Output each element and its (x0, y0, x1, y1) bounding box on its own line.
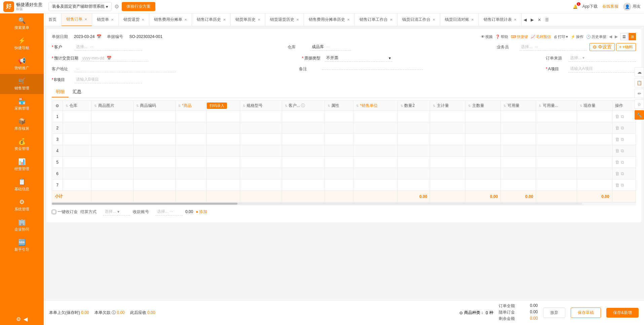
system-selector[interactable]: 装备及固定资产辅助管理系统 ▾ (48, 2, 112, 11)
delivery-date-input[interactable]: yyyy-mm-dd 📅 (81, 55, 148, 62)
col-qty2[interactable]: ⇅ 数量2 (398, 101, 430, 111)
copy-row-6-icon[interactable]: ⧉ (621, 171, 624, 176)
tab-next-btn[interactable]: ▶ (529, 17, 536, 22)
print-btn[interactable]: 🖨 打印 ▾ (554, 34, 568, 39)
tab-sales-order[interactable]: 销售订单 ✕ (62, 13, 92, 26)
delete-row-2-icon[interactable]: 🗑 (615, 125, 619, 130)
app-download-link[interactable]: App下载 (582, 4, 598, 9)
col-available-more[interactable]: ⇅ 可用量... (536, 101, 577, 111)
copy-row-7-icon[interactable]: ⧉ (621, 182, 624, 188)
tab-cashflow-reconcile[interactable]: 钱货日清对账 ✕ (440, 13, 479, 26)
sidebar-item-marketing[interactable]: 📢 营销推广 (0, 54, 44, 74)
tab-close-all-btn[interactable]: ✕ (536, 17, 543, 22)
tab-close-invoice[interactable]: ✕ (111, 18, 114, 22)
delete-row-7-icon[interactable]: 🗑 (615, 182, 619, 188)
col-warehouse[interactable]: ⇅ 仓库 (63, 101, 91, 111)
add-material-btn[interactable]: + +物料 (616, 43, 636, 51)
add-payment-btn[interactable]: ● 添加 (196, 209, 207, 215)
delete-row-5-icon[interactable]: 🗑 (615, 160, 619, 165)
copy-row-3-icon[interactable]: ⧉ (621, 137, 624, 142)
col-product[interactable]: ⇅ *商品 (175, 101, 206, 111)
help-btn[interactable]: ❓ 帮助 (495, 34, 508, 39)
tab-close-order-workbench[interactable]: ✕ (390, 18, 392, 22)
sidebar-item-ops[interactable]: 📊 经营管理 (0, 155, 44, 175)
tab-close-invoice-hist[interactable]: ✕ (258, 18, 260, 22)
delete-row-1-icon[interactable]: 🗑 (615, 114, 619, 119)
col-settings[interactable]: ⚙ (52, 101, 63, 111)
sidebar-item-finance[interactable]: 💰 资金管理 (0, 134, 44, 155)
tab-order-hist[interactable]: 销售订单历史 ✕ (192, 13, 231, 26)
shortcut-btn[interactable]: ⌨ 快捷键 (511, 34, 528, 39)
calendar-icon[interactable]: 📅 (97, 34, 102, 39)
discard-btn[interactable]: 放弃 (543, 308, 565, 318)
nav-prev-icon[interactable]: ◀ (609, 34, 612, 39)
customer-code-info-icon[interactable]: ⓘ (301, 103, 305, 108)
operations-btn[interactable]: ⚡ 操作 (571, 34, 583, 39)
tab-invoice-hist[interactable]: 销货单历史 ✕ (231, 13, 265, 26)
quick-settle-input[interactable] (52, 210, 56, 214)
float-btn-edit[interactable]: ✏ (635, 89, 644, 98)
col-main-qty[interactable]: ⇅ 主数量 (465, 101, 501, 111)
tab-close-cashflow-daily[interactable]: ✕ (432, 18, 435, 22)
settings-btn[interactable]: ⚙ ⚙设置 (590, 43, 615, 51)
tab-close-return-hist[interactable]: ✕ (296, 18, 299, 22)
sidebar-item-quicknav[interactable]: ⚡ 快捷导航 (0, 34, 44, 54)
tab-order-workbench[interactable]: 销售订单工作台 ✕ (355, 13, 397, 26)
delete-row-6-icon[interactable]: 🗑 (615, 171, 619, 176)
col-available[interactable]: ⇅ 可用量 (501, 101, 536, 111)
grid-view-btn[interactable]: ⊞ (629, 33, 636, 40)
industry-btn[interactable]: 体验行业方案 (122, 2, 155, 11)
tab-invoice[interactable]: 销货单 ✕ (92, 13, 119, 26)
sidebar-item-basic[interactable]: 📋 基础信息 (0, 175, 44, 195)
save-new-btn[interactable]: 保存&新增 (606, 308, 639, 318)
list-view-btn[interactable]: ☰ (620, 33, 628, 40)
sidebar-item-search[interactable]: 🔍 搜索菜单 (0, 13, 44, 34)
settle-method-input[interactable]: 选择... ▾ (103, 208, 130, 215)
scrollbar-track[interactable] (52, 203, 582, 205)
sidebar-item-sales[interactable]: 🛒 销售管理 (0, 74, 44, 94)
staff-input[interactable]: 选择... ··· (520, 43, 587, 51)
col-stock[interactable]: ⇅ 现存量 (577, 101, 612, 111)
tab-return-hist[interactable]: 销货退货历史 ✕ (265, 13, 304, 26)
col-spec[interactable]: ⇅ 规格型号 (240, 101, 282, 111)
sidebar-collapse-icon[interactable]: ◀ (24, 316, 28, 322)
tab-expense-hist[interactable]: 销售费用分摊单历史 ✕ (304, 13, 355, 26)
tab-close-cashflow-reconcile[interactable]: ✕ (471, 18, 474, 22)
tab-close-order-hist[interactable]: ✕ (223, 18, 226, 22)
float-btn-tool[interactable]: 🔧 (635, 110, 644, 120)
sidebar-item-system[interactable]: ⚙ 系统管理 (0, 195, 44, 215)
col-unit[interactable]: ⇅ *销售单位 (353, 101, 397, 111)
sidebar-settings-icon[interactable]: ⚙ (16, 316, 21, 322)
nav-next-icon[interactable]: ▶ (615, 34, 618, 39)
float-btn-clipboard[interactable]: 📋 (635, 78, 644, 87)
user-area[interactable]: 👤 用友 (623, 3, 641, 11)
tab-sales-summary[interactable]: 销售订单统计表 ✕ (479, 13, 522, 26)
account-input[interactable]: 选择... ··· (156, 208, 183, 215)
copy-row-4-icon[interactable]: ⧉ (621, 148, 624, 154)
history-btn[interactable]: 🕐 历史单据 (586, 34, 606, 39)
online-service-link[interactable]: 在线客服 (602, 4, 618, 9)
tab-summary[interactable]: 汇总 (69, 87, 85, 97)
sidebar-item-purchase[interactable]: 🏪 采购管理 (0, 94, 44, 114)
project-b-input[interactable]: 请输入B项目 (75, 76, 142, 83)
float-btn-cloud[interactable]: ☁ (635, 67, 644, 77)
tab-prev-btn[interactable]: ◀ (522, 17, 529, 22)
col-code[interactable]: ⇅ 商品编码 (133, 101, 175, 111)
sidebar-item-inventory[interactable]: 📦 库存核算 (0, 114, 44, 134)
scrollbar-thumb[interactable] (52, 203, 237, 205)
scan-btn[interactable]: 扫码录入 (207, 103, 227, 109)
quick-settle-checkbox[interactable]: 一键收订金 (52, 209, 78, 215)
tab-close-sales-order[interactable]: ✕ (84, 17, 87, 21)
tab-menu-btn[interactable]: ☰ (543, 17, 551, 22)
col-image[interactable]: ⇅ 商品图片 (91, 101, 134, 111)
customer-input[interactable]: 选择... ··· (75, 43, 142, 51)
col-attribute[interactable]: ⇅ 属性 (325, 101, 353, 111)
tab-close-sales-summary[interactable]: ✕ (514, 18, 517, 22)
save-draft-btn[interactable]: 保存草稿 (571, 308, 601, 318)
info-icon-owed[interactable]: ⓘ (112, 310, 116, 315)
sidebar-item-guide[interactable]: 🆕 新手引导 (0, 235, 44, 255)
invoice-type-input[interactable]: 不开票 ▾ (325, 54, 392, 62)
delete-row-4-icon[interactable]: 🗑 (615, 148, 619, 153)
tab-cashflow-daily[interactable]: 钱货日清工作台 ✕ (397, 13, 440, 26)
view-btn-toolbar[interactable]: 👁 视频 (481, 34, 493, 39)
